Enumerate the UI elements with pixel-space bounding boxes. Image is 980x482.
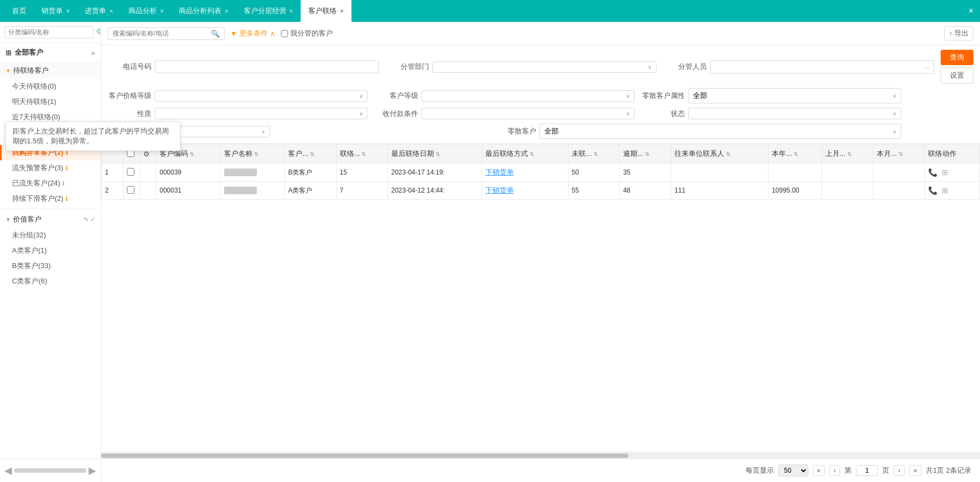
sidebar-item-class-a[interactable]: A类客户(1) bbox=[0, 243, 101, 258]
action-more-2[interactable]: ⊞ bbox=[942, 186, 948, 195]
scrollbar-thumb[interactable] bbox=[101, 454, 629, 458]
customer-level-select[interactable]: ∨ bbox=[421, 90, 635, 102]
th-last-contact-date[interactable]: 最后联络日期 ⇅ bbox=[388, 144, 482, 164]
th-company-contact[interactable]: 往来单位联系人 ⇅ bbox=[671, 144, 768, 164]
info-icon-1: ℹ bbox=[66, 165, 68, 172]
th-customer-type[interactable]: 客户... ⇅ bbox=[285, 144, 336, 164]
sidebar-item-today[interactable]: 今天待联络(0) bbox=[0, 79, 101, 94]
th-overdue[interactable]: 逾期... ⇅ bbox=[619, 144, 671, 164]
settings-button[interactable]: 设置 bbox=[941, 67, 973, 84]
my-customers-checkbox[interactable] bbox=[281, 30, 288, 37]
method-link-2[interactable]: 下销货单 bbox=[485, 186, 514, 194]
cell-date-1: 2023-04-17 14:19: bbox=[388, 164, 482, 182]
pagination: 每页显示 50 20 100 « ‹ 第 页 › » 共1页 2条记录 bbox=[101, 458, 980, 482]
sidebar-search-icon[interactable]: 🔍 bbox=[96, 28, 101, 37]
nav-home[interactable]: 首页 bbox=[4, 0, 34, 22]
sidebar-item-loss-warning[interactable]: 流失预警客户(3) ℹ bbox=[0, 160, 101, 176]
th-this-month[interactable]: 本月... ⇅ bbox=[873, 144, 925, 164]
action-more-1[interactable]: ⊞ bbox=[942, 168, 948, 177]
table-row: 2 000031 A类客户 7 2023-04-12 14:44: 下销货单 5… bbox=[102, 182, 980, 200]
cell-method-1[interactable]: 下销货单 bbox=[482, 164, 568, 182]
nav-customer-contact[interactable]: 客户联络 × bbox=[301, 0, 351, 22]
nav-purchase[interactable]: 进货单 × bbox=[77, 0, 120, 22]
sidebar-item-lost[interactable]: 已流失客户(24) ℹ bbox=[0, 176, 101, 191]
horizontal-scrollbar[interactable] bbox=[101, 452, 980, 458]
retail-attr-select[interactable]: 全部 ∨ bbox=[688, 88, 901, 103]
sidebar-section-pending[interactable]: ▼ 待联络客户 bbox=[0, 62, 101, 79]
row1-checkbox[interactable] bbox=[127, 168, 134, 176]
nav-customer-segment[interactable]: 客户分层经营 × bbox=[236, 0, 301, 22]
method-link-1[interactable]: 下销货单 bbox=[485, 168, 514, 176]
th-contact[interactable]: 联络... ⇅ bbox=[336, 144, 388, 164]
my-customers-checkbox-label[interactable]: 我分管的客户 bbox=[281, 28, 333, 38]
status-select[interactable]: ∨ bbox=[688, 108, 901, 119]
nav-analysis[interactable]: 商品分析 × bbox=[121, 0, 171, 22]
pagination-total: 共1页 2条记录 bbox=[926, 466, 971, 475]
retail-customer-select[interactable]: 全部 ∨ bbox=[539, 124, 901, 139]
cell-method-2[interactable]: 下销货单 bbox=[482, 182, 568, 200]
per-page-label: 每页显示 bbox=[746, 466, 774, 475]
cell-overdue-2: 48 bbox=[619, 182, 671, 200]
dept-select[interactable]: ∨ bbox=[432, 61, 656, 73]
th-this-year[interactable]: 本年... ⇅ bbox=[768, 144, 822, 164]
window-close-button[interactable]: × bbox=[969, 6, 973, 16]
gender-select[interactable]: ∨ bbox=[155, 108, 368, 119]
nav-segment-close[interactable]: × bbox=[290, 8, 293, 14]
person-select[interactable]: ··· bbox=[710, 60, 934, 74]
nav-contact-close[interactable]: × bbox=[340, 8, 343, 14]
sidebar-item-class-c[interactable]: C类客户(6) bbox=[0, 274, 101, 289]
next-page-btn[interactable]: › bbox=[894, 465, 905, 476]
prev-page-btn[interactable]: ‹ bbox=[829, 465, 840, 476]
per-page-select[interactable]: 50 20 100 bbox=[778, 464, 808, 477]
info-icon-3: ℹ bbox=[66, 195, 68, 202]
filter-price-level: 客户价格等级 ∨ bbox=[108, 90, 368, 102]
export-button[interactable]: ↑ 导出 bbox=[944, 26, 974, 40]
filter-phone: 电话号码 bbox=[108, 60, 379, 73]
last-page-btn[interactable]: » bbox=[909, 465, 922, 476]
th-unreached[interactable]: 未联... ⇅ bbox=[568, 144, 619, 164]
retail-customer-arrow: ∨ bbox=[893, 129, 896, 135]
page-label: 第 bbox=[844, 466, 852, 475]
sidebar-search-input[interactable] bbox=[4, 26, 94, 38]
nav-purchase-close[interactable]: × bbox=[109, 8, 113, 14]
sidebar-item-class-b[interactable]: B类客户(33) bbox=[0, 258, 101, 274]
query-button[interactable]: 查询 bbox=[941, 50, 973, 65]
sidebar-content: ⊞ 全部客户 » ▼ 待联络客户 今天待联络(0) 明天待联络(1) 近7天待联… bbox=[0, 43, 101, 458]
table-container[interactable]: ⚙ 客户编码 ⇅ 客户名称 ⇅ bbox=[101, 144, 980, 452]
sidebar-section-value[interactable]: ▼ 价值客户 ✎ ✓ bbox=[0, 211, 101, 228]
filter-more-btn[interactable]: ▼ 更多条件 ∧ bbox=[230, 28, 275, 38]
nav-sales-close[interactable]: × bbox=[66, 8, 69, 14]
nav-sales[interactable]: 销货单 × bbox=[34, 0, 77, 22]
sidebar-collapse-icon[interactable]: » bbox=[91, 49, 95, 57]
sidebar-right-icon[interactable]: ▶ bbox=[89, 464, 96, 477]
toolbar-search-box: 🔍 bbox=[108, 27, 225, 40]
cell-index-2: 2 bbox=[102, 182, 124, 200]
table-row: 1 000039 B类客户 15 2023-04-17 14:19: 下销货单 … bbox=[102, 164, 980, 182]
divider-2 bbox=[0, 208, 101, 209]
nav-analysis-list-close[interactable]: × bbox=[225, 8, 228, 14]
sidebar-item-unclassified[interactable]: 未分组(32) bbox=[0, 228, 101, 243]
page-input[interactable] bbox=[856, 465, 878, 476]
toolbar-search-icon[interactable]: 🔍 bbox=[211, 30, 220, 38]
gender-arrow: ∨ bbox=[359, 111, 363, 117]
th-customer-name[interactable]: 客户名称 ⇅ bbox=[220, 144, 285, 164]
first-page-btn[interactable]: « bbox=[813, 465, 825, 476]
th-last-contact-method[interactable]: 最后联络方式 ⇅ bbox=[482, 144, 568, 164]
toolbar-search-input[interactable] bbox=[113, 30, 211, 37]
action-phone-2[interactable]: 📞 bbox=[928, 186, 937, 195]
sidebar-all-customers[interactable]: ⊞ 全部客户 » bbox=[0, 43, 101, 62]
edit-icon[interactable]: ✎ ✓ bbox=[84, 216, 95, 223]
payment-select[interactable]: ∨ bbox=[421, 108, 635, 119]
status-arrow: ∨ bbox=[893, 111, 896, 117]
sidebar-item-declining[interactable]: 持续下滑客户(2) ℹ bbox=[0, 191, 101, 206]
nav-analysis-close[interactable]: × bbox=[160, 8, 163, 14]
phone-input[interactable] bbox=[155, 60, 379, 73]
price-level-select[interactable]: ∨ bbox=[155, 90, 368, 102]
row2-checkbox[interactable] bbox=[127, 186, 134, 194]
th-last-month[interactable]: 上月... ⇅ bbox=[821, 144, 873, 164]
nav-analysis-list[interactable]: 商品分析列表 × bbox=[171, 0, 236, 22]
action-phone-1[interactable]: 📞 bbox=[928, 168, 937, 177]
cell-index-1: 1 bbox=[102, 164, 124, 182]
sidebar-item-tomorrow[interactable]: 明天待联络(1) bbox=[0, 94, 101, 109]
sidebar-left-icon[interactable]: ◀ bbox=[4, 464, 12, 477]
